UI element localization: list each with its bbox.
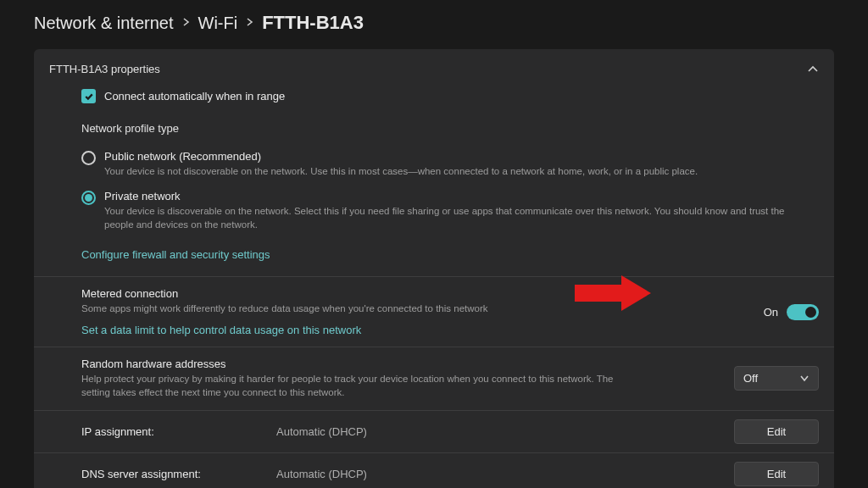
- radio-private-network[interactable]: Private network Your device is discovera…: [81, 190, 819, 231]
- breadcrumb-current: FTTH-B1A3: [262, 12, 364, 34]
- metered-title: Metered connection: [81, 287, 747, 300]
- metered-toggle[interactable]: [787, 304, 819, 320]
- private-network-desc: Your device is discoverable on the netwo…: [104, 204, 802, 231]
- chevron-right-icon: [246, 16, 253, 30]
- breadcrumb-network[interactable]: Network & internet: [34, 14, 174, 33]
- random-hw-desc: Help protect your privacy by making it h…: [81, 372, 624, 399]
- metered-connection-row: Metered connection Some apps might work …: [34, 277, 834, 347]
- properties-header[interactable]: FTTH-B1A3 properties: [34, 49, 834, 89]
- auto-connect-label: Connect automatically when in range: [104, 90, 285, 103]
- random-hw-dropdown[interactable]: Off: [734, 366, 819, 391]
- set-data-limit-link[interactable]: Set a data limit to help control data us…: [81, 324, 361, 336]
- chevron-up-icon: [807, 63, 819, 75]
- metered-state-label: On: [764, 306, 778, 319]
- auto-connect-row[interactable]: Connect automatically when in range: [81, 89, 819, 103]
- properties-panel: FTTH-B1A3 properties Connect automatical…: [34, 49, 834, 488]
- random-hw-row: Random hardware addresses Help protect y…: [34, 347, 834, 409]
- dns-label: DNS server assignment:: [81, 468, 259, 480]
- ip-assignment-row: IP assignment: Automatic (DHCP) Edit: [34, 411, 834, 452]
- chevron-right-icon: [182, 16, 190, 30]
- properties-header-title: FTTH-B1A3 properties: [49, 63, 160, 75]
- chevron-down-icon: [799, 374, 810, 382]
- ip-value: Automatic (DHCP): [276, 425, 717, 438]
- public-network-desc: Your device is not discoverable on the n…: [104, 164, 698, 178]
- private-network-title: Private network: [104, 190, 802, 202]
- radio-public-network[interactable]: Public network (Recommended) Your device…: [81, 150, 819, 178]
- dns-edit-button[interactable]: Edit: [734, 462, 819, 486]
- random-hw-title: Random hardware addresses: [81, 358, 717, 370]
- radio-on-icon[interactable]: [81, 191, 96, 205]
- random-hw-value: Off: [743, 372, 758, 385]
- radio-off-icon[interactable]: [81, 151, 96, 165]
- breadcrumb: Network & internet Wi-Fi FTTH-B1A3: [34, 12, 834, 34]
- ip-label: IP assignment:: [81, 425, 259, 438]
- ip-edit-button[interactable]: Edit: [734, 419, 819, 444]
- metered-desc: Some apps might work differently to redu…: [81, 302, 624, 315]
- checkbox-checked-icon[interactable]: [81, 89, 96, 103]
- network-profile-heading: Network profile type: [81, 122, 819, 135]
- firewall-settings-link[interactable]: Configure firewall and security settings: [81, 248, 270, 261]
- public-network-title: Public network (Recommended): [104, 150, 698, 163]
- dns-assignment-row: DNS server assignment: Automatic (DHCP) …: [34, 453, 834, 488]
- breadcrumb-wifi[interactable]: Wi-Fi: [198, 14, 238, 33]
- dns-value: Automatic (DHCP): [276, 468, 717, 480]
